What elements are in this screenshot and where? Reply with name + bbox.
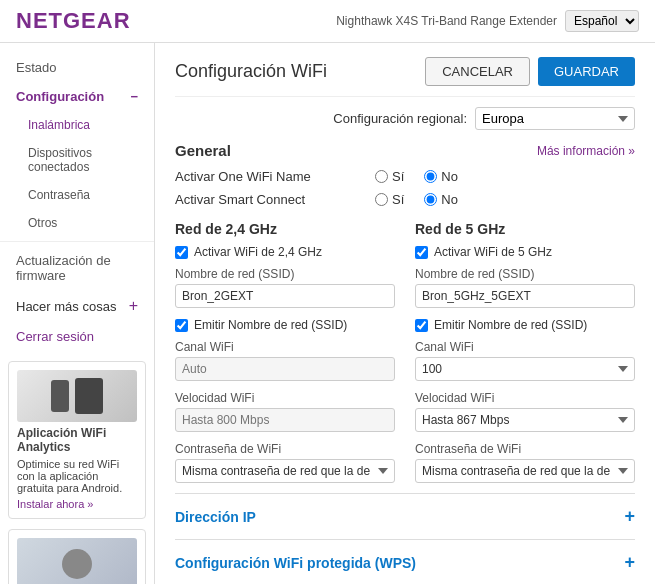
more-info-link[interactable]: Más información » [537,144,635,158]
password5-label: Contraseña de WiFi [415,442,635,456]
help-card-image [17,538,137,584]
ssid24-group: Nombre de red (SSID) [175,267,395,308]
save-button[interactable]: GUARDAR [538,57,635,86]
password5-select[interactable]: Misma contraseña de red que la de la exi… [415,459,635,483]
sidebar-item-cerrar[interactable]: Cerrar sesión [0,322,154,351]
velocidad5-select[interactable]: Hasta 867 Mbps Hasta 433 Mbps [415,408,635,432]
activar5-label: Activar WiFi de 5 GHz [434,245,552,259]
canal24-input[interactable] [175,357,395,381]
one-wifi-label: Activar One WiFi Name [175,169,375,184]
one-wifi-radio-group: Sí No [375,169,458,184]
sidebar-item-configuracion[interactable]: Configuración − [0,82,154,111]
wps-expand-icon: + [624,552,635,573]
canal5-label: Canal WiFi [415,340,635,354]
device-info: Nighthawk X4S Tri-Band Range Extender Es… [336,10,639,32]
wps-section[interactable]: Configuración WiFi protegida (WPS) + [175,539,635,584]
main-content: Configuración WiFi CANCELAR GUARDAR Conf… [155,43,655,584]
one-wifi-no-label[interactable]: No [424,169,458,184]
ip-expand-icon: + [624,506,635,527]
app-analytics-card: Aplicación WiFi Analytics Optimice su re… [8,361,146,519]
emit24-checkbox[interactable] [175,319,188,332]
wps-title: Configuración WiFi protegida (WPS) [175,555,416,571]
netgear-logo: NETGEAR [16,8,131,34]
smart-connect-radio-group: Sí No [375,192,458,207]
app-card-image [17,370,137,422]
smart-connect-label: Activar Smart Connect [175,192,375,207]
ip-title: Dirección IP [175,509,256,525]
phone-icon [51,380,69,412]
ip-section[interactable]: Dirección IP + [175,493,635,539]
cancel-button[interactable]: CANCELAR [425,57,530,86]
one-wifi-row: Activar One WiFi Name Sí No [175,169,635,184]
regional-label: Configuración regional: [333,111,467,126]
smart-connect-si-label[interactable]: Sí [375,192,404,207]
sidebar-item-actualizacion[interactable]: Actualización de firmware [0,246,154,290]
smart-connect-no-radio[interactable] [424,193,437,206]
velocidad24-input[interactable] [175,408,395,432]
activar24-row: Activar WiFi de 2,4 GHz [175,245,395,259]
password5-group: Contraseña de WiFi Misma contraseña de r… [415,442,635,483]
sidebar-item-dispositivos[interactable]: Dispositivos conectados [0,139,154,181]
emit5-checkbox[interactable] [415,319,428,332]
canal5-select[interactable]: 100 36 40 44 [415,357,635,381]
help-card: ¿Necesita ayuda? Envíe sus dudas a nuest… [8,529,146,584]
sidebar-item-hacer[interactable]: Hacer más cosas + [0,290,154,322]
ssid5-group: Nombre de red (SSID) [415,267,635,308]
activar24-label: Activar WiFi de 2,4 GHz [194,245,322,259]
activar5-row: Activar WiFi de 5 GHz [415,245,635,259]
sidebar-item-inalambrica[interactable]: Inalámbrica [0,111,154,139]
header-buttons: CANCELAR GUARDAR [425,57,635,86]
emit5-row: Emitir Nombre de red (SSID) [415,318,635,332]
velocidad24-group: Velocidad WiFi [175,391,395,432]
regional-select[interactable]: Europa América del Norte Asia Australia [475,107,635,130]
band24-column: Red de 2,4 GHz Activar WiFi de 2,4 GHz N… [175,221,395,493]
band5-column: Red de 5 GHz Activar WiFi de 5 GHz Nombr… [415,221,635,493]
page-header: Configuración WiFi CANCELAR GUARDAR [175,43,635,97]
general-title: General [175,142,231,159]
sidebar-item-otros[interactable]: Otros [0,209,154,237]
sidebar-item-estado[interactable]: Estado [0,53,154,82]
one-wifi-si-label[interactable]: Sí [375,169,404,184]
sidebar: Estado Configuración − Inalámbrica Dispo… [0,43,155,584]
velocidad5-group: Velocidad WiFi Hasta 867 Mbps Hasta 433 … [415,391,635,432]
smart-connect-si-radio[interactable] [375,193,388,206]
canal24-group: Canal WiFi [175,340,395,381]
general-section-header: General Más información » [175,142,635,159]
ssid24-label: Nombre de red (SSID) [175,267,395,281]
one-wifi-si-radio[interactable] [375,170,388,183]
ssid5-input[interactable] [415,284,635,308]
emit5-label: Emitir Nombre de red (SSID) [434,318,587,332]
smart-connect-no-label[interactable]: No [424,192,458,207]
emit24-label: Emitir Nombre de red (SSID) [194,318,347,332]
topbar: NETGEAR Nighthawk X4S Tri-Band Range Ext… [0,0,655,43]
install-link[interactable]: Instalar ahora » [17,498,93,510]
app-card-title: Aplicación WiFi Analytics [17,426,137,454]
password24-group: Contraseña de WiFi Misma contraseña de r… [175,442,395,483]
language-select[interactable]: Español English [565,10,639,32]
band24-title: Red de 2,4 GHz [175,221,395,237]
password24-select[interactable]: Misma contraseña de red que la de la exi… [175,459,395,483]
app-card-desc: Optimice su red WiFi con la aplicación g… [17,458,137,494]
activar5-checkbox[interactable] [415,246,428,259]
sidebar-item-contrasena[interactable]: Contraseña [0,181,154,209]
activar24-checkbox[interactable] [175,246,188,259]
password24-label: Contraseña de WiFi [175,442,395,456]
canal24-label: Canal WiFi [175,340,395,354]
layout: Estado Configuración − Inalámbrica Dispo… [0,43,655,584]
band5-title: Red de 5 GHz [415,221,635,237]
velocidad24-label: Velocidad WiFi [175,391,395,405]
one-wifi-no-radio[interactable] [424,170,437,183]
smart-connect-row: Activar Smart Connect Sí No [175,192,635,207]
ssid5-label: Nombre de red (SSID) [415,267,635,281]
wifi-bands-grid: Red de 2,4 GHz Activar WiFi de 2,4 GHz N… [175,221,635,493]
tablet-icon [75,378,103,414]
page-title: Configuración WiFi [175,61,327,82]
ssid24-input[interactable] [175,284,395,308]
canal5-group: Canal WiFi 100 36 40 44 [415,340,635,381]
regional-row: Configuración regional: Europa América d… [175,107,635,130]
headset-icon [62,549,92,579]
emit24-row: Emitir Nombre de red (SSID) [175,318,395,332]
velocidad5-label: Velocidad WiFi [415,391,635,405]
device-name: Nighthawk X4S Tri-Band Range Extender [336,14,557,28]
